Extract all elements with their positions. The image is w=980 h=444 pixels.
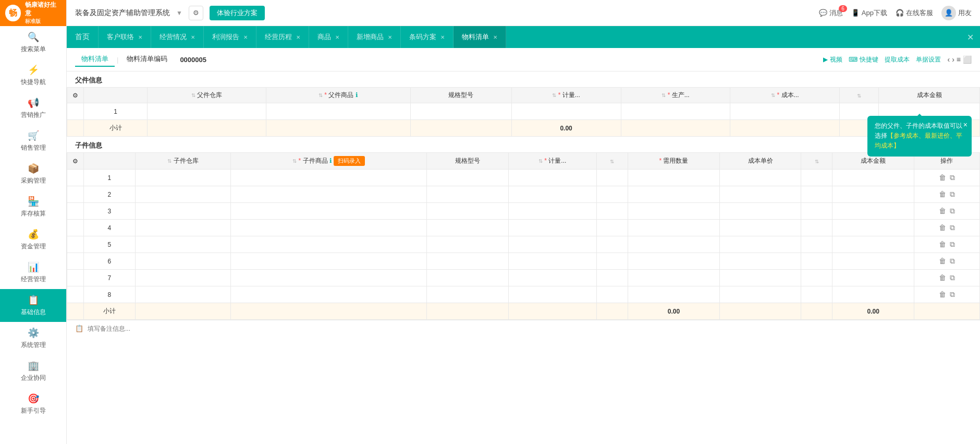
prev-arrow[interactable]: ‹ xyxy=(947,55,950,64)
close-all-tabs-icon[interactable]: ✕ xyxy=(961,32,980,42)
child-col-unit-cost: 成本单价 xyxy=(719,153,801,170)
parent-col-cost-amount: 成本金额 xyxy=(879,88,980,103)
nav-tab-customer[interactable]: 客户联络✕ xyxy=(99,26,151,48)
message-badge: 6 xyxy=(839,5,847,12)
sidebar-item-quick-nav[interactable]: ⚡快捷导航 xyxy=(0,59,66,92)
delete-row-button[interactable]: 🗑 xyxy=(938,172,947,183)
nav-tab-new-goods[interactable]: 新增商品✕ xyxy=(348,26,401,48)
sidebar-label-sales: 销售管理 xyxy=(21,143,46,152)
expand-icon[interactable]: ⬜ xyxy=(963,55,972,64)
sub-header: 物料清单 | 物料清单编码 0000005 ▶ 视频 ⌨ 快捷键 提取成本 xyxy=(67,48,980,71)
copy-row-button[interactable]: ⧉ xyxy=(949,172,956,183)
sidebar-label-quick-nav: 快捷导航 xyxy=(21,78,46,87)
child-section-title: 子件信息 xyxy=(67,137,980,152)
sidebar-item-operations[interactable]: 📊经营管理 xyxy=(0,256,66,289)
delete-row-button[interactable]: 🗑 xyxy=(938,189,947,199)
nav-tab-bom[interactable]: 物料清单✕ xyxy=(454,26,506,48)
system-dropdown-icon[interactable]: ▼ xyxy=(176,9,182,17)
sidebar-label-basic-info: 基础信息 xyxy=(21,308,46,317)
child-table: ⚙ ⇅ 子件仓库 ⇅ * 子件商品 ℹ 扫码录入 规格型号 ⇅ * 计量... … xyxy=(67,152,980,320)
parent-subtotal-row: 小计 0.00 0.00 xyxy=(67,120,980,137)
delete-row-button[interactable]: 🗑 xyxy=(938,272,947,283)
sidebar-icon-operations: 📊 xyxy=(28,261,39,273)
nav-tab-close-history[interactable]: ✕ xyxy=(296,34,300,40)
nav-tab-close-new-goods[interactable]: ✕ xyxy=(388,34,392,40)
copy-row-button[interactable]: ⧉ xyxy=(949,256,956,267)
sidebar-item-purchase[interactable]: 📦采购管理 xyxy=(0,158,66,190)
gear-icon-child: ⚙ xyxy=(72,158,78,165)
child-col-sort2: ⇅ xyxy=(801,153,832,170)
sidebar-item-marketing[interactable]: 📢营销推广 xyxy=(0,92,66,125)
shortcut-action[interactable]: ⌨ 快捷键 xyxy=(849,55,878,64)
child-col-sort1: ⇅ xyxy=(596,153,628,170)
nav-tab-close-profit[interactable]: ✕ xyxy=(243,34,248,40)
trial-button[interactable]: 体验行业方案 xyxy=(210,6,265,20)
nav-tab-home[interactable]: 首页 xyxy=(67,26,99,48)
child-subtotal-row: 小计 0.00 0.00 xyxy=(67,303,980,320)
sub-tab-bom-list[interactable]: 物料清单 xyxy=(75,52,115,67)
sub-tab-bom-code[interactable]: 物料清单编码 xyxy=(120,52,174,67)
logo-sub-text: 标准版 xyxy=(25,18,61,25)
settings-button[interactable]: ⚙ xyxy=(189,6,203,20)
nav-tab-barcode[interactable]: 条码方案✕ xyxy=(401,26,454,48)
user-menu[interactable]: 👤 用友 xyxy=(941,6,972,20)
delete-row-button[interactable]: 🗑 xyxy=(938,256,947,266)
cost-action[interactable]: 提取成本 xyxy=(885,55,910,64)
nav-tab-close-bom[interactable]: ✕ xyxy=(493,34,497,40)
nav-tab-history[interactable]: 经营历程✕ xyxy=(256,26,309,48)
online-label: 在线客服 xyxy=(906,8,933,18)
sidebar-label-purchase: 采购管理 xyxy=(21,176,46,185)
delete-row-button[interactable]: 🗑 xyxy=(938,289,947,299)
view-action[interactable]: ▶ 视频 xyxy=(823,55,842,64)
sidebar-item-enterprise[interactable]: 🏢企业协同 xyxy=(0,355,66,388)
doc-number-label: 0000005 xyxy=(180,56,206,64)
parent-col-num xyxy=(84,88,148,103)
copy-row-button[interactable]: ⧉ xyxy=(949,189,956,200)
sidebar-item-search[interactable]: 🔍搜索菜单 xyxy=(0,26,66,59)
nav-tab-operations[interactable]: 经营情况✕ xyxy=(151,26,204,48)
online-service-button[interactable]: 🎧 在线客服 xyxy=(896,8,933,18)
nav-tab-close-customer[interactable]: ✕ xyxy=(138,34,142,40)
delete-row-button[interactable]: 🗑 xyxy=(938,239,947,249)
content-area: 物料清单 | 物料清单编码 0000005 ▶ 视频 ⌨ 快捷键 提取成本 xyxy=(67,48,980,444)
gear-icon: ⚙ xyxy=(72,92,78,99)
nav-tab-profit[interactable]: 利润报告✕ xyxy=(204,26,256,48)
parent-col-settings[interactable]: ⚙ xyxy=(67,88,84,103)
remark-input[interactable] xyxy=(88,325,972,332)
app-download-button[interactable]: 📱 App下载 xyxy=(851,8,887,18)
parent-col-warehouse: ⇅ 父件仓库 xyxy=(148,88,266,103)
sidebar-item-sales[interactable]: 🛒销售管理 xyxy=(0,125,66,158)
sidebar-item-guide[interactable]: 🎯新手引导 xyxy=(0,388,66,421)
child-col-settings[interactable]: ⚙ xyxy=(67,153,84,170)
sidebar-icon-inventory: 🏪 xyxy=(28,196,39,207)
nav-tab-label-customer: 客户联络 xyxy=(107,32,134,42)
single-setting-action[interactable]: 单据设置 xyxy=(916,55,941,64)
delete-row-button[interactable]: 🗑 xyxy=(938,222,947,233)
copy-row-button[interactable]: ⧉ xyxy=(949,239,956,250)
sidebar-label-finance: 资金管理 xyxy=(21,242,46,251)
nav-tab-close-barcode[interactable]: ✕ xyxy=(440,34,445,40)
next-arrow[interactable]: › xyxy=(952,55,954,64)
menu-icon[interactable]: ≡ xyxy=(957,55,961,64)
tooltip-close-button[interactable]: × xyxy=(963,119,967,130)
sidebar-item-basic-info[interactable]: 📋基础信息 xyxy=(0,289,66,322)
delete-row-button[interactable]: 🗑 xyxy=(938,206,947,216)
nav-tab-close-goods[interactable]: ✕ xyxy=(335,34,339,40)
child-row: 1 🗑 ⧉ xyxy=(67,170,980,186)
copy-row-button[interactable]: ⧉ xyxy=(949,289,956,300)
nav-tab-close-operations[interactable]: ✕ xyxy=(191,34,195,40)
copy-row-button[interactable]: ⧉ xyxy=(949,206,956,217)
sidebar-item-inventory[interactable]: 🏪库存核算 xyxy=(0,190,66,223)
sidebar-item-finance[interactable]: 💰资金管理 xyxy=(0,223,66,256)
sidebar-icon-finance: 💰 xyxy=(28,229,39,240)
copy-row-button[interactable]: ⧉ xyxy=(949,222,956,233)
nav-tab-goods[interactable]: 商品✕ xyxy=(309,26,348,48)
scan-button[interactable]: 扫码录入 xyxy=(334,156,365,166)
nav-tab-label-operations: 经营情况 xyxy=(160,32,187,42)
nav-tab-label-home: 首页 xyxy=(75,32,90,42)
copy-row-button[interactable]: ⧉ xyxy=(949,272,956,283)
message-button[interactable]: 💬 消息 6 xyxy=(819,8,843,18)
child-row: 3 🗑 ⧉ xyxy=(67,203,980,220)
play-icon: ▶ xyxy=(823,56,828,63)
sidebar-item-system[interactable]: ⚙️系统管理 xyxy=(0,322,66,355)
